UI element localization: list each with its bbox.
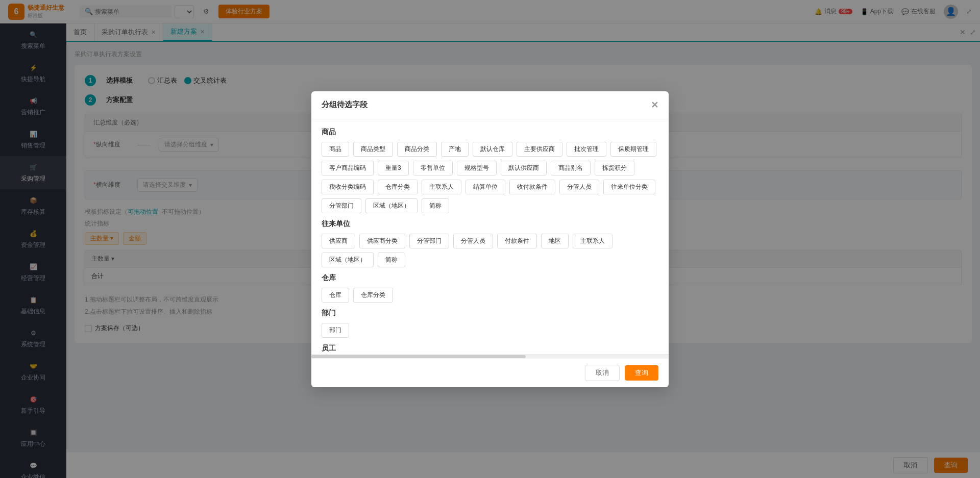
- field-tag-region2[interactable]: 区域（地区）: [322, 253, 374, 267]
- field-tag-warehouse-category[interactable]: 仓库分类: [353, 288, 393, 303]
- section-title-warehouse: 仓库: [322, 273, 658, 283]
- field-tag-spec[interactable]: 规格型号: [457, 161, 497, 175]
- modal-close-icon[interactable]: ✕: [651, 99, 658, 111]
- modal-hscroll-thumb: [311, 355, 526, 358]
- field-tag-default-supplier[interactable]: 默认供应商: [501, 161, 547, 175]
- modal-confirm-button[interactable]: 查询: [625, 365, 658, 381]
- modal-cancel-button[interactable]: 取消: [585, 365, 620, 381]
- field-tag-main-contact[interactable]: 主联系人: [422, 180, 461, 194]
- field-tag-shortname2[interactable]: 简称: [378, 253, 405, 267]
- field-tags-dept: 部门: [322, 323, 658, 338]
- field-tag-expiry[interactable]: 保质期管理: [610, 142, 656, 157]
- field-tag-supervisor[interactable]: 分管人员: [559, 180, 599, 194]
- field-tag-retail-unit[interactable]: 零售单位: [413, 161, 453, 175]
- field-tag-main-supplier[interactable]: 主要供应商: [517, 142, 562, 157]
- field-tag-default-warehouse[interactable]: 默认仓库: [473, 142, 512, 157]
- field-tag-goods-type[interactable]: 商品类型: [353, 142, 393, 157]
- field-tag-weight[interactable]: 重量3: [378, 161, 409, 175]
- modal-footer: 取消 查询: [311, 358, 669, 387]
- field-tag-warehouse-cat[interactable]: 仓库分类: [378, 180, 418, 194]
- field-tag-dept[interactable]: 分管部门: [322, 198, 361, 213]
- field-tag-batch[interactable]: 批次管理: [567, 142, 606, 157]
- section-title-staff: 员工: [322, 344, 658, 353]
- modal-overlay: 分组待选字段 ✕ 商品 商品 商品类型 商品分类 产地 默认仓库 主要供应商 批…: [0, 0, 980, 478]
- field-tag-pay-terms[interactable]: 付款条件: [497, 234, 537, 248]
- field-tag-supplier-cat[interactable]: 供应商分类: [359, 234, 405, 248]
- field-tag-partner-dept[interactable]: 分管部门: [409, 234, 449, 248]
- field-tag-area[interactable]: 地区: [541, 234, 569, 248]
- field-tag-goods-category[interactable]: 商品分类: [397, 142, 437, 157]
- field-tags-warehouse: 仓库 仓库分类: [322, 288, 658, 303]
- field-tag-warehouse[interactable]: 仓库: [322, 288, 349, 303]
- field-tag-customer-code[interactable]: 客户商品编码: [322, 161, 374, 175]
- field-tag-tax-code[interactable]: 税收分类编码: [322, 180, 374, 194]
- field-tag-shortname[interactable]: 简称: [422, 198, 449, 213]
- field-tag-settle-unit[interactable]: 结算单位: [465, 180, 505, 194]
- field-tag-partner-cat[interactable]: 往来单位分类: [603, 180, 655, 194]
- field-tag-main-contact2[interactable]: 主联系人: [573, 234, 612, 248]
- field-tag-goods-alias[interactable]: 商品别名: [551, 161, 591, 175]
- field-tag-partner-person[interactable]: 分管人员: [453, 234, 493, 248]
- section-title-partner: 往来单位: [322, 219, 658, 229]
- modal: 分组待选字段 ✕ 商品 商品 商品类型 商品分类 产地 默认仓库 主要供应商 批…: [311, 91, 669, 387]
- modal-title: 分组待选字段: [322, 100, 368, 110]
- modal-body: 商品 商品 商品类型 商品分类 产地 默认仓库 主要供应商 批次管理 保质期管理…: [311, 119, 669, 354]
- field-tag-goods[interactable]: 商品: [322, 142, 349, 157]
- field-tags-goods: 商品 商品类型 商品分类 产地 默认仓库 主要供应商 批次管理 保质期管理 客户…: [322, 142, 658, 213]
- field-tag-region[interactable]: 区域（地区）: [365, 198, 418, 213]
- field-tag-points[interactable]: 拣货积分: [595, 161, 634, 175]
- field-tag-department[interactable]: 部门: [322, 323, 349, 338]
- section-title-goods: 商品: [322, 128, 658, 137]
- modal-header: 分组待选字段 ✕: [311, 91, 669, 119]
- field-tag-origin[interactable]: 产地: [441, 142, 469, 157]
- modal-hscroll[interactable]: [311, 354, 669, 358]
- section-title-dept: 部门: [322, 309, 658, 318]
- field-tag-payment-terms[interactable]: 收付款条件: [509, 180, 555, 194]
- field-tags-partner: 供应商 供应商分类 分管部门 分管人员 付款条件 地区 主联系人 区域（地区） …: [322, 234, 658, 267]
- field-tag-supplier[interactable]: 供应商: [322, 234, 355, 248]
